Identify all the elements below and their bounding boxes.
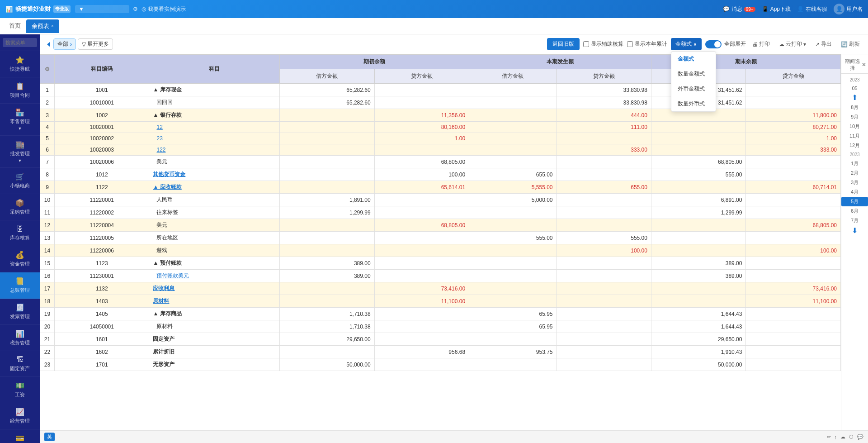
sidebar-item-retail[interactable]: 🏪 零售管理 ▼ — [0, 104, 40, 136]
scroll-up-btn[interactable]: ⬆ — [851, 92, 859, 103]
th-settings[interactable]: ⚙ — [40, 55, 55, 84]
lang-indicator[interactable]: 英 — [44, 433, 55, 441]
print-btn[interactable]: 🖨 打印 — [750, 38, 773, 50]
table-row[interactable]: 1411220006遊戏100.00100.00 — [40, 244, 841, 257]
app-download-btn[interactable]: 📱 App下载 — [762, 5, 791, 13]
edit-icon[interactable]: ✏ — [827, 434, 831, 440]
subject-cell[interactable]: 122 — [149, 144, 280, 156]
table-row[interactable]: 151123▲ 预付账款389.00389.00 — [40, 257, 841, 270]
month-11[interactable]: 11月 — [841, 131, 868, 141]
dropdown-item-amount[interactable]: 金额式 — [671, 52, 716, 67]
table-row[interactable]: 1111220002往来标签1,299.991,299.99 — [40, 206, 841, 219]
sidebar-item-project-contract[interactable]: 📋 项目合同 — [0, 77, 40, 104]
table-row[interactable]: 11001▲ 库存现金65,282.6033,830.9831,451.62 — [40, 84, 841, 96]
filter-tag[interactable]: 全部 › — [53, 38, 76, 50]
demo-link[interactable]: ◎ 我要看实例演示 — [142, 5, 186, 13]
sidebar-item-capital[interactable]: 💰 资金管理 — [0, 246, 40, 272]
month-9[interactable]: 9月 — [841, 112, 868, 122]
table-row[interactable]: 210010001回回回65,282.6033,830.9831,451.62 — [40, 96, 841, 109]
expand-more-btn[interactable]: ▽ 展开更多 — [78, 38, 113, 50]
table-row[interactable]: 1311220005所在地区555.00555.00 — [40, 232, 841, 244]
month-6[interactable]: 6月 — [841, 206, 868, 216]
table-row[interactable]: 710020006美元68,805.0068,805.00 — [40, 156, 841, 168]
table-row[interactable]: 191405▲ 库存商品1,710.3865.951,644.43 — [40, 308, 841, 320]
table-row[interactable]: 91122▲ 应收账款65,614.015,555.00655.0060,714… — [40, 181, 841, 194]
subject-cell[interactable]: 原材料 — [149, 295, 280, 308]
online-service-btn[interactable]: 👤 在线客服 — [797, 5, 827, 13]
user-menu-btn[interactable]: 👤 用户名 — [834, 4, 863, 14]
sidebar-item-inventory[interactable]: 🗄 库存核算 — [0, 220, 40, 246]
month-10[interactable]: 10月 — [841, 122, 868, 131]
sidebar-item-quick-nav[interactable]: ⭐ 快捷导航 — [0, 51, 40, 77]
month-12[interactable]: 12月 — [841, 141, 868, 150]
hexagon-icon[interactable]: ⬡ — [849, 434, 854, 440]
view-mode-btn[interactable]: 金额式 ∧ — [671, 38, 702, 50]
sidebar-item-wholesale[interactable]: 🏬 批发管理 ▼ — [0, 136, 40, 168]
cloud-icon[interactable]: ☁ — [840, 434, 845, 440]
month-7[interactable]: 7月 — [841, 216, 868, 225]
month-2[interactable]: 2月 — [841, 168, 868, 178]
table-row[interactable]: 31002▲ 银行存款11,356.00444.0011,800.00 — [40, 109, 841, 122]
month-05-top[interactable]: 05 — [841, 84, 868, 92]
table-settings-icon[interactable]: ⚙ — [45, 66, 50, 72]
sidebar-item-tax[interactable]: 📊 税务管理 — [0, 325, 40, 351]
back-arrow-icon[interactable] — [45, 41, 52, 48]
dropdown-item-qty-amount[interactable]: 数量金额式 — [671, 67, 716, 81]
messages-btn[interactable]: 💬 消息 99+ — [723, 5, 755, 13]
sidebar-item-ecommerce[interactable]: 🛒 小畅电商 — [0, 168, 40, 194]
sidebar-item-salary[interactable]: 💵 工资 — [0, 377, 40, 403]
expand-all-toggle[interactable]: 全部展开 — [705, 40, 746, 48]
table-row[interactable]: 181403原材料11,100.0011,100.00 — [40, 295, 841, 308]
tab-balance[interactable]: 余额表 × — [26, 19, 59, 33]
month-1[interactable]: 1月 — [841, 159, 868, 168]
subject-cell[interactable]: ▲ 应收账款 — [149, 181, 280, 194]
cloud-print-btn[interactable]: ☁ 云打印 ▾ — [776, 38, 809, 50]
subject-cell[interactable]: 其他货币资金 — [149, 168, 280, 181]
show-auxiliary-label[interactable]: 显示辅助核算 — [583, 40, 623, 48]
table-row[interactable]: 610020003122333.00333.00 — [40, 144, 841, 156]
dropdown-item-fx-amount[interactable]: 外币金额式 — [671, 81, 716, 96]
tab-home[interactable]: 首页 — [4, 19, 26, 33]
scroll-down-btn[interactable]: ⬇ — [851, 225, 859, 236]
sidebar-item-general-ledger[interactable]: 📒 总账管理 — [0, 272, 40, 299]
month-5-active[interactable]: 5月 — [841, 197, 868, 206]
table-row[interactable]: 1011220001人民币1,891.005,000.006,891.00 — [40, 194, 841, 206]
company-selector[interactable]: ▼ — [75, 5, 129, 13]
tab-close-btn[interactable]: × — [51, 24, 54, 29]
refresh-btn[interactable]: 🔄 刷新 — [838, 38, 863, 50]
show-auxiliary-checkbox[interactable] — [583, 41, 589, 47]
table-row[interactable]: 1211220004美元68,805.0068,805.00 — [40, 219, 841, 232]
subject-cell[interactable]: 预付账款美元 — [149, 270, 280, 282]
table-row[interactable]: 1611230001预付账款美元389.00389.00 — [40, 270, 841, 282]
month-8[interactable]: 8月 — [841, 103, 868, 112]
month-4[interactable]: 4月 — [841, 187, 868, 197]
toggle-switch[interactable] — [705, 40, 722, 48]
table-row[interactable]: 81012其他货币资金100.00655.00555.00 — [40, 168, 841, 181]
subject-cell[interactable]: 应收利息 — [149, 282, 280, 295]
subject-cell[interactable]: 12 — [149, 122, 280, 133]
back-old-btn[interactable]: 返回旧版 — [547, 38, 580, 50]
sidebar-item-sales[interactable]: 💳 小畅报销 — [0, 429, 40, 443]
show-ytd-label[interactable]: 显示本年累计 — [627, 40, 667, 48]
table-row[interactable]: 231701无形资产50,000.0050,000.00 — [40, 358, 841, 371]
dropdown-item-qty-fx[interactable]: 数量外币式 — [671, 96, 716, 111]
table-row[interactable]: 171132应收利息73,416.0073,416.00 — [40, 282, 841, 295]
table-row[interactable]: 211601固定资产29,650.0029,650.00 — [40, 333, 841, 346]
chat-icon[interactable]: 💬 — [857, 434, 863, 440]
subject-cell[interactable]: 23 — [149, 133, 280, 144]
table-row[interactable]: 2014050001原材料1,710.3865.951,644.43 — [40, 320, 841, 333]
sidebar-item-purchase[interactable]: 📦 采购管理 — [0, 194, 40, 220]
month-3[interactable]: 3月 — [841, 178, 868, 187]
sidebar-item-invoice[interactable]: 🧾 发票管理 — [0, 299, 40, 325]
export-btn[interactable]: ↗ 导出 — [812, 38, 835, 50]
sidebar-item-ops[interactable]: 📈 经营管理 — [0, 403, 40, 429]
upload-icon[interactable]: ↑ — [835, 434, 837, 440]
settings-icon[interactable]: ⚙ — [133, 6, 138, 12]
show-ytd-checkbox[interactable] — [627, 41, 633, 47]
table-row[interactable]: 4100200011280,160.00111.0080,271.00 — [40, 122, 841, 133]
panel-close-icon[interactable]: ✕ — [862, 62, 866, 68]
search-input[interactable] — [3, 38, 37, 47]
table-row[interactable]: 221602累计折旧956.68953.751,910.43 — [40, 346, 841, 358]
table-row[interactable]: 510020002231.001.00 — [40, 133, 841, 144]
sidebar-item-fixed-assets[interactable]: 🏗 固定资产 — [0, 351, 40, 377]
